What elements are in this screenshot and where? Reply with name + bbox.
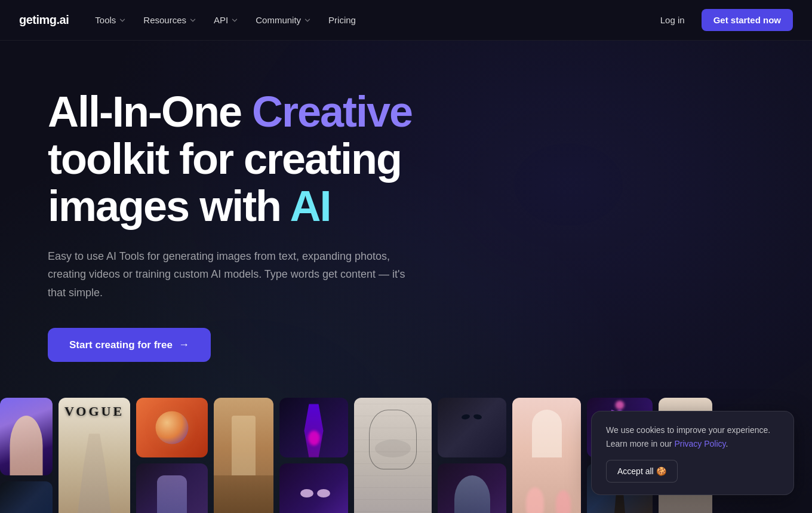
nav-api[interactable]: API bbox=[207, 10, 246, 30]
nav-tools-label: Tools bbox=[95, 15, 116, 25]
nav-resources-label: Resources bbox=[143, 15, 186, 25]
hero-title-creative: Creative bbox=[252, 88, 412, 136]
gallery-col-5 bbox=[279, 398, 348, 513]
gallery-col-8 bbox=[512, 398, 581, 513]
hero-title: All-In-One Creative toolkit for creating… bbox=[48, 88, 490, 231]
navbar: getimg.ai Tools Resources bbox=[0, 0, 812, 41]
nav-api-label: API bbox=[214, 15, 228, 25]
gallery-col-6 bbox=[354, 398, 432, 513]
gallery-col-4 bbox=[214, 398, 273, 513]
chevron-down-icon bbox=[189, 16, 197, 24]
hero-cta-label: Start creating for free bbox=[69, 339, 173, 351]
nav-pricing[interactable]: Pricing bbox=[321, 10, 363, 30]
privacy-policy-link[interactable]: Privacy Policy bbox=[674, 439, 725, 449]
cookie-banner: We use cookies to improve your experienc… bbox=[591, 411, 794, 495]
nav-pricing-label: Pricing bbox=[328, 15, 356, 25]
accept-cookies-button[interactable]: Accept all 🍪 bbox=[606, 460, 678, 483]
gallery-col-3 bbox=[136, 398, 208, 513]
nav-right: Log in Get started now bbox=[653, 9, 793, 31]
nav-tools[interactable]: Tools bbox=[88, 10, 134, 30]
logo[interactable]: getimg.ai bbox=[19, 13, 69, 27]
gallery-image bbox=[136, 398, 208, 457]
gallery-image bbox=[136, 463, 208, 513]
accept-label: Accept all 🍪 bbox=[617, 466, 666, 476]
nav-resources[interactable]: Resources bbox=[136, 10, 204, 30]
hero-title-part2: toolkit for creating images with bbox=[48, 135, 401, 230]
login-label: Log in bbox=[660, 15, 685, 25]
chevron-down-icon bbox=[230, 16, 239, 24]
hero-title-ai: AI bbox=[290, 182, 330, 230]
hero-title-part1: All-In-One bbox=[48, 88, 252, 136]
nav-links: Tools Resources API bbox=[88, 10, 363, 30]
gallery-image bbox=[279, 463, 348, 513]
gallery-image bbox=[438, 463, 506, 513]
gallery-col-2: VOGUE bbox=[59, 398, 130, 513]
gallery-col-7 bbox=[438, 398, 506, 513]
logo-text: getimg.ai bbox=[19, 13, 69, 26]
chevron-down-icon bbox=[118, 16, 127, 24]
arrow-right-icon: → bbox=[179, 339, 189, 351]
hero-section: All-In-One Creative toolkit for creating… bbox=[0, 41, 537, 386]
gallery-image bbox=[0, 398, 53, 475]
gallery-image bbox=[354, 398, 432, 513]
gallery-col-1 bbox=[0, 398, 53, 513]
nav-community-label: Community bbox=[256, 15, 301, 25]
gallery-image bbox=[512, 398, 581, 513]
get-started-button[interactable]: Get started now bbox=[702, 9, 793, 31]
hero-cta-button[interactable]: Start creating for free → bbox=[48, 328, 211, 362]
gallery-image bbox=[0, 481, 53, 513]
login-button[interactable]: Log in bbox=[653, 10, 692, 30]
hero-subtitle: Easy to use AI Tools for generating imag… bbox=[48, 247, 418, 302]
nav-community[interactable]: Community bbox=[248, 10, 319, 30]
gallery-image bbox=[279, 398, 348, 457]
gallery-image bbox=[438, 398, 506, 457]
cookie-text: We use cookies to improve your experienc… bbox=[606, 423, 779, 450]
chevron-down-icon bbox=[303, 16, 312, 24]
nav-left: getimg.ai Tools Resources bbox=[19, 10, 363, 30]
get-started-label: Get started now bbox=[713, 15, 781, 25]
gallery-image bbox=[214, 398, 273, 513]
vogue-label: VOGUE bbox=[64, 404, 124, 419]
gallery-image: VOGUE bbox=[59, 398, 130, 513]
